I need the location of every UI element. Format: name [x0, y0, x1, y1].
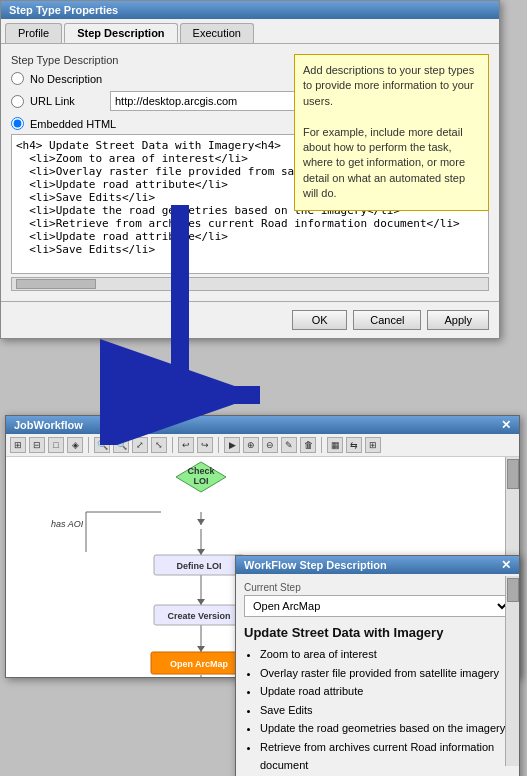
wsd-title: WorkFlow Step Description [244, 559, 387, 571]
svg-marker-9 [197, 549, 205, 555]
tooltip-box: Add descriptions to your step types to p… [294, 54, 489, 211]
list-item: Update the road geometries based on the … [260, 720, 511, 738]
wsd-list: Zoom to area of interest Overlay raster … [244, 646, 511, 776]
svg-text:Define LOI: Define LOI [176, 561, 221, 571]
toolbar-sep-4 [321, 437, 322, 453]
svg-text:Open ArcMap: Open ArcMap [170, 659, 229, 669]
ok-button[interactable]: OK [292, 310, 347, 330]
toolbar-btn-5[interactable]: 🔍 [94, 437, 110, 453]
url-link-radio[interactable] [11, 95, 24, 108]
current-step-select[interactable]: Open ArcMap [244, 595, 511, 617]
wsd-close-icon[interactable]: ✕ [501, 559, 511, 571]
tab-step-description[interactable]: Step Description [64, 23, 177, 43]
list-item: Update road attribute [260, 683, 511, 701]
url-link-label: URL Link [30, 95, 110, 107]
toolbar-btn-4[interactable]: ◈ [67, 437, 83, 453]
toolbar-btn-14[interactable]: ✎ [281, 437, 297, 453]
toolbar-sep-2 [172, 437, 173, 453]
toolbar-btn-10[interactable]: ↪ [197, 437, 213, 453]
list-item: Retrieve from archives current Road info… [260, 739, 511, 774]
toolbar-btn-16[interactable]: ▦ [327, 437, 343, 453]
wsd-titlebar: WorkFlow Step Description ✕ [236, 556, 519, 574]
toolbar-btn-6[interactable]: 🔍 [113, 437, 129, 453]
toolbar-btn-18[interactable]: ⊞ [365, 437, 381, 453]
toolbar-sep-1 [88, 437, 89, 453]
embedded-html-radio[interactable] [11, 117, 24, 130]
toolbar-btn-1[interactable]: ⊞ [10, 437, 26, 453]
svg-marker-10 [197, 599, 205, 605]
step-type-properties-dialog: Step Type Properties Profile Step Descri… [0, 0, 500, 339]
svg-text:Create Version: Create Version [167, 611, 230, 621]
toolbar-btn-11[interactable]: ▶ [224, 437, 240, 453]
toolbar-btn-12[interactable]: ⊕ [243, 437, 259, 453]
workflow-title: JobWorkflow [14, 419, 83, 431]
dialog-title: Step Type Properties [1, 1, 499, 19]
tabs-bar: Profile Step Description Execution [1, 19, 499, 44]
toolbar-btn-7[interactable]: ⤢ [132, 437, 148, 453]
svg-text:has AOI: has AOI [51, 519, 84, 529]
wsd-body: Current Step Open ArcMap Update Street D… [236, 574, 519, 776]
current-step-label: Current Step [244, 582, 511, 593]
toolbar-btn-17[interactable]: ⇆ [346, 437, 362, 453]
no-description-label: No Description [30, 73, 102, 85]
tab-profile[interactable]: Profile [5, 23, 62, 43]
list-item: Zoom to area of interest [260, 646, 511, 664]
toolbar-btn-13[interactable]: ⊖ [262, 437, 278, 453]
workflow-close-icon[interactable]: ✕ [501, 419, 511, 431]
cancel-button[interactable]: Cancel [353, 310, 421, 330]
toolbar-sep-3 [218, 437, 219, 453]
workflow-titlebar: JobWorkflow ✕ [6, 416, 519, 434]
wsd-scrollbar-v[interactable] [505, 576, 519, 766]
list-item: Save Edits [260, 702, 511, 720]
horizontal-scrollbar[interactable] [11, 277, 489, 291]
list-item: Overlay raster file provided from satell… [260, 665, 511, 683]
no-description-radio[interactable] [11, 72, 24, 85]
svg-text:Check: Check [187, 466, 215, 476]
toolbar-btn-9[interactable]: ↩ [178, 437, 194, 453]
svg-marker-8 [197, 519, 205, 525]
wsd-heading: Update Street Data with Imagery [244, 625, 511, 640]
embedded-html-label: Embedded HTML [30, 118, 116, 130]
toolbar-btn-2[interactable]: ⊟ [29, 437, 45, 453]
apply-button[interactable]: Apply [427, 310, 489, 330]
toolbar-btn-3[interactable]: □ [48, 437, 64, 453]
dialog-body: Step Type Description Add descriptions t… [1, 44, 499, 301]
svg-marker-11 [197, 646, 205, 652]
svg-text:LOI: LOI [194, 476, 209, 486]
dialog-footer: OK Cancel Apply [1, 301, 499, 338]
toolbar-btn-15[interactable]: 🗑 [300, 437, 316, 453]
workflow-step-description-dialog: WorkFlow Step Description ✕ Current Step… [235, 555, 520, 776]
tab-execution[interactable]: Execution [180, 23, 254, 43]
toolbar-btn-8[interactable]: ⤡ [151, 437, 167, 453]
workflow-toolbar: ⊞ ⊟ □ ◈ 🔍 🔍 ⤢ ⤡ ↩ ↪ ▶ ⊕ ⊖ ✎ 🗑 ▦ ⇆ ⊞ [6, 434, 519, 457]
